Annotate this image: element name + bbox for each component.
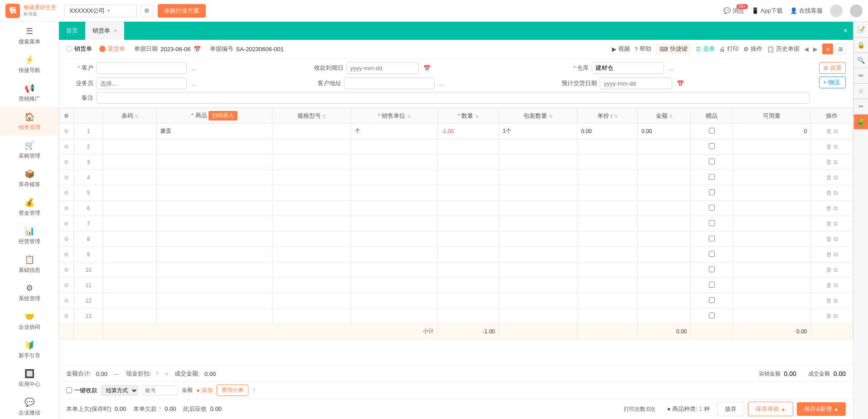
delete-row-icon[interactable]: 🗑 (826, 313, 832, 319)
cell-gift[interactable] (691, 124, 733, 139)
gift-checkbox[interactable] (709, 251, 715, 257)
gift-checkbox[interactable] (709, 297, 715, 303)
gift-checkbox[interactable] (709, 220, 715, 226)
sidebar-item-sales[interactable]: 🏠 销售管理 (0, 107, 58, 136)
th-gear[interactable]: ⚙ (59, 108, 74, 124)
settings-btn[interactable]: ⚙ 设置 (819, 62, 846, 74)
cell-gift[interactable] (691, 247, 733, 262)
view-btn-grid[interactable]: ⊞ (835, 43, 846, 54)
cash-discount-info-icon[interactable]: ? (156, 371, 159, 376)
row-gear[interactable]: ⚙ (59, 185, 74, 201)
sidebar-item-marketing[interactable]: 📢 营销推广 (0, 79, 58, 107)
copy-row-icon[interactable]: ⧉ (834, 266, 838, 273)
row-gear[interactable]: ⚙ (59, 278, 74, 293)
sort-amount[interactable]: ⇅ (669, 114, 673, 119)
cell-gift[interactable] (691, 139, 733, 154)
print-btn[interactable]: 🖨 打印 (719, 45, 739, 53)
cell-gift[interactable] (691, 170, 733, 185)
sidebar-item-operation[interactable]: 📊 经营管理 (0, 222, 58, 250)
salesperson-input[interactable] (96, 77, 187, 89)
row-gear[interactable]: ⚙ (59, 293, 74, 308)
sidebar-item-wechat[interactable]: 💬 企业微信 (0, 393, 58, 419)
settlement-method-select[interactable]: 结算方式 (101, 385, 138, 396)
delete-row-icon[interactable]: 🗑 (826, 143, 832, 150)
tab-sales-order[interactable]: 销货单 × (85, 22, 124, 40)
tab-home[interactable]: 首页 (59, 22, 85, 40)
sort-price[interactable]: ⇅ (614, 114, 618, 119)
delete-row-icon[interactable]: 🗑 (826, 251, 832, 258)
sidebar-item-purchase[interactable]: 🛒 采购管理 (0, 136, 58, 164)
row-gear[interactable]: ⚙ (59, 247, 74, 262)
cell-gift[interactable] (691, 308, 733, 324)
copy-row-icon[interactable]: ⧉ (834, 297, 838, 304)
copy-row-icon[interactable]: ⧉ (834, 174, 838, 181)
copy-row-icon[interactable]: ⧉ (834, 189, 838, 196)
discard-button[interactable]: 放弃 (717, 402, 744, 416)
settings-button[interactable]: ⚙ (141, 5, 153, 17)
gift-checkbox[interactable] (709, 266, 715, 272)
radio-sales-order[interactable]: 销货单 (66, 45, 92, 53)
salesperson-dots[interactable]: ... (191, 80, 196, 87)
save-draft-button[interactable]: 保存草稿 ▲ (748, 402, 794, 416)
cell-gift[interactable] (691, 201, 733, 216)
rsb-edit[interactable]: ✏ (853, 68, 868, 83)
row-gear[interactable]: ⚙ (59, 231, 74, 247)
sort-barcode[interactable]: ⇅ (135, 114, 138, 119)
copy-row-icon[interactable]: ⧉ (834, 236, 838, 242)
customer-addr-dots[interactable]: ... (439, 80, 444, 87)
sidebar-item-collab[interactable]: 🤝 企业协同 (0, 307, 58, 336)
copy-row-icon[interactable]: ⧉ (834, 313, 838, 319)
flow-btn[interactable]: + 物流 (819, 77, 846, 88)
delete-row-icon[interactable]: 🗑 (826, 236, 832, 242)
delete-row-icon[interactable]: 🗑 (826, 189, 832, 196)
copy-row-icon[interactable]: ⧉ (834, 143, 838, 150)
sort-unit[interactable]: ⇅ (407, 114, 411, 119)
warehouse-input[interactable] (592, 62, 664, 74)
nav-prev-icon[interactable]: ◀ (804, 46, 809, 53)
rsb-note[interactable]: 📝 (853, 22, 868, 37)
avatar[interactable] (830, 5, 843, 17)
account-input[interactable] (142, 385, 178, 395)
sidebar-item-system[interactable]: ⚙ 系统管理 (0, 279, 58, 307)
delete-row-icon[interactable]: 🗑 (826, 266, 832, 273)
sort-spec[interactable]: ⇅ (322, 114, 326, 119)
copy-row-icon[interactable]: ⧉ (834, 251, 838, 258)
warehouse-dots[interactable]: ... (669, 65, 674, 72)
video-btn[interactable]: ▶ 视频 (612, 45, 630, 53)
gift-checkbox[interactable] (709, 128, 715, 134)
copy-row-icon[interactable]: ⧉ (834, 220, 838, 227)
operate-btn[interactable]: ⚙ 操作 (743, 45, 762, 53)
copy-row-icon[interactable]: ⧉ (834, 159, 838, 165)
cell-gift[interactable] (691, 278, 733, 293)
rsb-star[interactable]: ☆ (853, 83, 868, 99)
delete-row-icon[interactable]: 🗑 (826, 282, 832, 289)
rsb-scissors[interactable]: ✂ (853, 99, 868, 114)
expected-date-calendar-icon[interactable]: 📅 (677, 80, 684, 87)
row-gear[interactable]: ⚙ (59, 216, 74, 231)
arrears-info-icon[interactable]: ? (159, 406, 161, 412)
scan-button[interactable]: 扫码录入 (209, 111, 238, 120)
sidebar-item-finance[interactable]: 💰 资金管理 (0, 193, 58, 222)
messages-button[interactable]: 💬 消息 99+ (723, 7, 744, 15)
customer-dots[interactable]: ... (191, 65, 196, 72)
view-btn-list[interactable]: ≡ (822, 43, 833, 54)
row-gear[interactable]: ⚙ (59, 124, 74, 139)
delete-row-icon[interactable]: 🗑 (826, 128, 832, 135)
payment-due-input[interactable] (346, 62, 419, 74)
delete-row-icon[interactable]: 🗑 (826, 297, 832, 304)
sidebar-item-quick-nav[interactable]: ⚡ 快捷导航 (0, 50, 58, 79)
copy-row-icon[interactable]: ⧉ (834, 128, 838, 135)
remark-input[interactable] (96, 92, 810, 104)
fee-split-btn[interactable]: 费用分摊 (217, 385, 248, 396)
row-gear[interactable]: ⚙ (59, 154, 74, 170)
radio-return-order[interactable]: 退货单 (99, 45, 125, 53)
delete-row-icon[interactable]: 🗑 (826, 159, 832, 165)
row-gear[interactable]: ⚙ (59, 139, 74, 154)
sort-qty[interactable]: ⇅ (475, 114, 479, 119)
cell-gift[interactable] (691, 293, 733, 308)
history-btn[interactable]: 📋 历史单据 (767, 45, 800, 53)
row-gear[interactable]: ⚙ (59, 201, 74, 216)
sidebar-item-inventory[interactable]: 📦 库存核算 (0, 164, 58, 193)
save-new-button[interactable]: 保存&新增 ▲ (797, 402, 846, 416)
date-calendar-icon[interactable]: 📅 (194, 46, 201, 53)
